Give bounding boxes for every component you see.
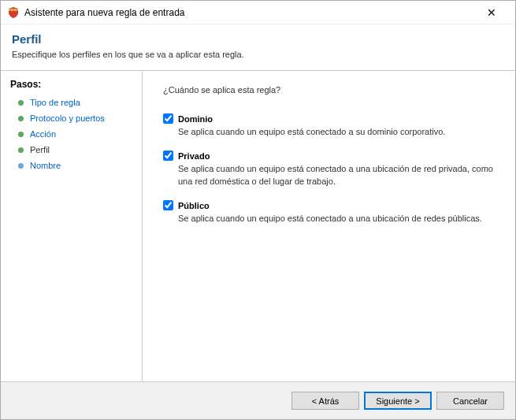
bullet-icon — [18, 100, 24, 106]
step-label: Acción — [30, 129, 56, 139]
profile-publico: Público Se aplica cuando un equipo está … — [163, 200, 495, 225]
button-bar: < Atrás Siguiente > Cancelar — [1, 381, 515, 419]
next-button[interactable]: Siguiente > — [364, 392, 432, 410]
profile-dominio: Dominio Se aplica cuando un equipo está … — [163, 113, 495, 138]
step-protocolo-y-puertos[interactable]: Protocolo y puertos — [1, 110, 142, 126]
bullet-icon — [18, 163, 24, 169]
step-accion[interactable]: Acción — [1, 126, 142, 142]
titlebar: Asistente para nueva regla de entrada ✕ — [1, 1, 515, 24]
bullet-icon — [18, 147, 24, 153]
step-label: Protocolo y puertos — [30, 113, 105, 123]
profile-description: Se aplica cuando un equipo está conectad… — [178, 213, 495, 225]
bullet-icon — [18, 116, 24, 121]
profile-label: Público — [178, 201, 210, 210]
steps-title: Pasos: — [1, 77, 142, 95]
step-label: Tipo de regla — [30, 98, 80, 107]
wizard-header: Perfil Especifique los perfiles en los q… — [1, 24, 515, 70]
profile-header: Privado — [163, 151, 495, 161]
close-button[interactable]: ✕ — [473, 2, 509, 24]
checkbox-dominio[interactable] — [163, 113, 173, 124]
profile-privado: Privado Se aplica cuando un equipo está … — [163, 151, 495, 188]
profile-description: Se aplica cuando un equipo está conectad… — [178, 126, 495, 138]
close-icon: ✕ — [487, 6, 496, 19]
back-button[interactable]: < Atrás — [291, 392, 359, 410]
cancel-button[interactable]: Cancelar — [436, 392, 504, 410]
step-perfil[interactable]: Perfil — [1, 142, 142, 158]
step-nombre[interactable]: Nombre — [1, 158, 142, 173]
step-label: Nombre — [30, 161, 61, 170]
bullet-icon — [18, 132, 24, 137]
profile-label: Privado — [178, 151, 210, 161]
profile-header: Dominio — [163, 113, 495, 124]
window-title: Asistente para nueva regla de entrada — [24, 7, 184, 18]
step-label: Perfil — [30, 145, 50, 154]
steps-sidebar: Pasos: Tipo de regla Protocolo y puertos… — [1, 71, 143, 381]
svg-rect-3 — [17, 9, 17, 11]
profile-header: Público — [163, 200, 495, 210]
profile-description: Se aplica cuando un equipo está conectad… — [178, 163, 495, 188]
question-text: ¿Cuándo se aplica esta regla? — [163, 85, 495, 95]
profile-label: Dominio — [178, 114, 213, 124]
main-panel: ¿Cuándo se aplica esta regla? Dominio Se… — [143, 71, 515, 381]
step-tipo-de-regla[interactable]: Tipo de regla — [1, 95, 142, 110]
page-title: Perfil — [12, 32, 504, 46]
checkbox-publico[interactable] — [163, 200, 173, 210]
content-area: Pasos: Tipo de regla Protocolo y puertos… — [1, 70, 515, 381]
firewall-icon — [7, 6, 20, 19]
svg-rect-2 — [13, 9, 14, 11]
svg-rect-1 — [10, 9, 11, 11]
checkbox-privado[interactable] — [163, 151, 173, 161]
page-subtitle: Especifique los perfiles en los que se v… — [12, 50, 504, 59]
wizard-window: Asistente para nueva regla de entrada ✕ … — [0, 0, 516, 420]
